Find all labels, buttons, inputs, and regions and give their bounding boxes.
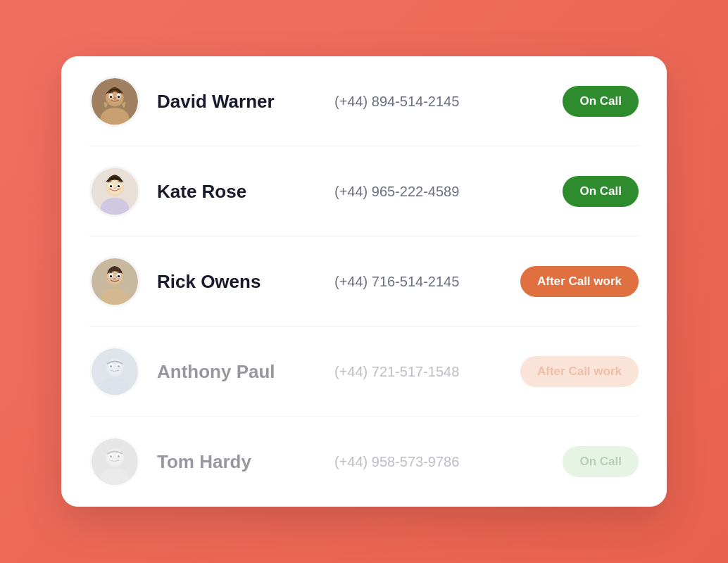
svg-point-6 [110,96,112,98]
svg-point-19 [119,188,122,191]
contact-info-kate-rose: Kate Rose(+44) 965-222-4589On Call [157,176,639,207]
status-badge-rick-owens: After Call work [520,266,639,297]
contact-row-david-warner[interactable]: David Warner(+44) 894-514-2145On Call [61,56,667,146]
svg-point-17 [114,187,116,189]
contact-info-anthony-paul: Anthony Paul(+44) 721-517-1548After Call… [157,356,639,387]
contact-phone-kate-rose: (+44) 965-222-4589 [334,184,459,200]
contact-name-tom-hardy: Tom Hardy [157,451,312,473]
svg-point-16 [118,185,120,187]
svg-point-18 [108,188,111,191]
avatar-tom-hardy [89,436,140,487]
status-badge-david-warner: On Call [563,86,639,117]
svg-point-7 [118,96,120,98]
status-badge-anthony-paul: After Call work [520,356,639,387]
svg-point-35 [110,365,112,367]
svg-point-26 [110,275,112,277]
contact-phone-tom-hardy: (+44) 958-573-9786 [334,454,459,470]
contact-info-david-warner: David Warner(+44) 894-514-2145On Call [157,86,639,117]
svg-point-36 [118,365,120,367]
status-badge-tom-hardy: On Call [563,446,639,477]
contact-phone-david-warner: (+44) 894-514-2145 [334,94,459,110]
svg-point-44 [118,455,120,457]
contact-phone-anthony-paul: (+44) 721-517-1548 [334,364,459,380]
svg-point-8 [113,98,116,100]
avatar-kate-rose [89,166,140,217]
svg-point-28 [113,278,116,280]
contact-row-anthony-paul[interactable]: Anthony Paul(+44) 721-517-1548After Call… [61,327,667,417]
svg-point-15 [110,185,112,187]
contact-name-kate-rose: Kate Rose [157,181,312,203]
contact-name-rick-owens: Rick Owens [157,271,312,293]
status-badge-kate-rose: On Call [563,176,639,207]
avatar-anthony-paul [89,346,140,397]
avatar-david-warner [89,76,140,127]
contact-name-anthony-paul: Anthony Paul [157,361,312,383]
contact-phone-rick-owens: (+44) 716-514-2145 [334,274,459,290]
contact-name-david-warner: David Warner [157,91,312,113]
avatar-rick-owens [89,256,140,307]
contact-row-rick-owens[interactable]: Rick Owens(+44) 716-514-2145After Call w… [61,236,667,327]
contact-info-rick-owens: Rick Owens(+44) 716-514-2145After Call w… [157,266,639,297]
svg-point-43 [110,455,112,457]
contact-info-tom-hardy: Tom Hardy(+44) 958-573-9786On Call [157,446,639,477]
contact-row-tom-hardy[interactable]: Tom Hardy(+44) 958-573-9786On Call [61,417,667,507]
svg-point-27 [118,275,120,277]
contact-row-kate-rose[interactable]: Kate Rose(+44) 965-222-4589On Call [61,146,667,236]
contacts-card: David Warner(+44) 894-514-2145On Call Ka… [61,56,667,507]
